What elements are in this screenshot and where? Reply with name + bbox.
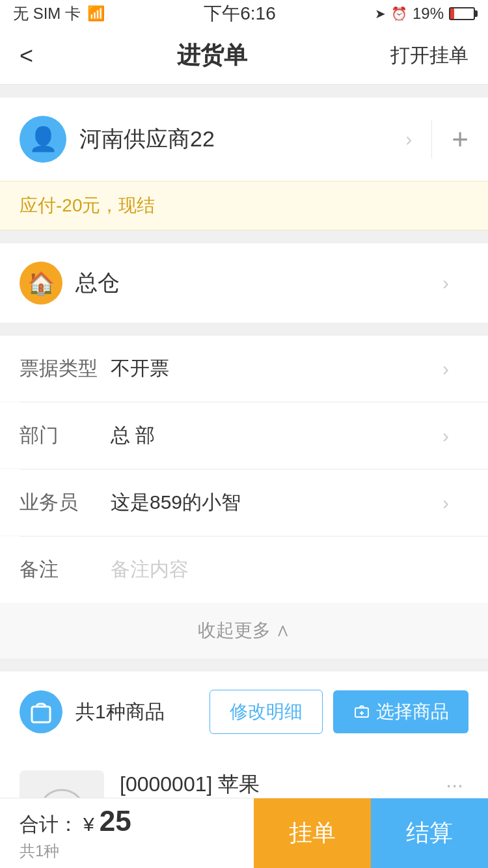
salesman-row[interactable]: 业务员 这是859的小智 › [0, 470, 488, 536]
supplier-row[interactable]: 👤 河南供应商22 › + [0, 98, 488, 181]
status-bar-right: ➤ ⏰ 19% [375, 5, 475, 23]
product-header: 共1种商品 修改明细 选择商品 [0, 671, 488, 752]
footer-total-row: 合计： ¥ 25 [20, 805, 234, 838]
invoice-row[interactable]: 票据类型 不开票 › [0, 336, 488, 402]
hold-label: 挂单 [289, 817, 336, 849]
edit-detail-button[interactable]: 修改明细 [210, 690, 323, 734]
product-bag-icon [27, 698, 55, 726]
salesman-chevron-icon: › [442, 492, 449, 514]
nav-bar: < 进货单 打开挂单 [0, 27, 488, 85]
invoice-chevron-icon: › [442, 358, 449, 380]
invoice-label: 票据类型 [20, 355, 111, 382]
total-amount: 25 [100, 805, 131, 837]
supplier-name: 河南供应商22 [79, 124, 405, 154]
warehouse-section: 🏠 总仓 › [0, 243, 488, 323]
footer-total: 合计： ¥ 25 共1种 [0, 805, 254, 861]
select-product-button[interactable]: 选择商品 [333, 690, 468, 733]
section-gap-1 [0, 85, 488, 98]
section-gap-3 [0, 323, 488, 336]
wifi-icon: 📶 [87, 5, 105, 22]
select-product-label: 选择商品 [376, 699, 449, 724]
hold-button[interactable]: 挂单 [254, 798, 371, 869]
alarm-icon: ⏰ [391, 6, 407, 21]
product-code: [0000001] [120, 772, 212, 796]
section-gap-4 [0, 658, 488, 671]
warehouse-name: 总仓 [75, 268, 442, 298]
product-count: 共1种商品 [75, 699, 210, 726]
carrier-text: 无 SIM 卡 [13, 3, 81, 24]
footer-sub: 共1种 [20, 841, 234, 861]
product-more-button[interactable]: ··· [441, 770, 468, 800]
supplier-avatar-icon: 👤 [29, 126, 58, 153]
battery-percent: 19% [413, 5, 444, 23]
product-name: [0000001] 苹果 [120, 770, 425, 799]
invoice-value: 不开票 [111, 355, 442, 382]
department-row[interactable]: 部门 总 部 › [0, 403, 488, 469]
supplier-divider [431, 120, 432, 159]
total-currency: ¥ [83, 813, 94, 835]
location-icon: ➤ [375, 6, 386, 21]
notice-bar: 应付-20元，现结 [0, 181, 488, 230]
form-section: 票据类型 不开票 › 部门 总 部 › 业务员 这是859的小智 › 备注 备注… [0, 336, 488, 603]
back-button[interactable]: < [20, 42, 33, 70]
notice-text: 应付-20元，现结 [20, 195, 155, 215]
supplier-avatar: 👤 [20, 116, 66, 163]
pay-button[interactable]: 结算 [371, 798, 488, 869]
department-value: 总 部 [111, 422, 442, 449]
warehouse-chevron-icon: › [442, 272, 449, 294]
department-chevron-icon: › [442, 425, 449, 447]
pay-label: 结算 [406, 817, 453, 849]
salesman-label: 业务员 [20, 489, 111, 516]
status-bar-left: 无 SIM 卡 📶 [13, 3, 105, 24]
svg-rect-0 [32, 707, 50, 722]
remark-row[interactable]: 备注 备注内容 [0, 537, 488, 603]
open-hold-button[interactable]: 打开挂单 [390, 42, 468, 69]
add-button[interactable]: + [452, 123, 468, 156]
warehouse-icon: 🏠 [20, 262, 62, 305]
supplier-chevron-icon: › [405, 128, 412, 150]
warehouse-row[interactable]: 🏠 总仓 › [0, 243, 488, 323]
battery-icon [449, 7, 475, 20]
department-label: 部门 [20, 422, 111, 449]
collapse-label: 收起更多 ∧ [198, 620, 291, 640]
supplier-section: 👤 河南供应商22 › + 应付-20元，现结 [0, 98, 488, 230]
footer: 合计： ¥ 25 共1种 挂单 结算 [0, 798, 488, 868]
remark-label: 备注 [20, 556, 111, 583]
product-icon-wrap [20, 690, 62, 733]
warehouse-icon-symbol: 🏠 [27, 270, 55, 296]
remark-placeholder: 备注内容 [111, 556, 468, 583]
total-label: 合计： [20, 811, 78, 838]
status-bar: 无 SIM 卡 📶 下午6:16 ➤ ⏰ 19% [0, 0, 488, 27]
product-title: 苹果 [218, 772, 260, 796]
status-bar-time: 下午6:16 [204, 1, 276, 26]
salesman-value: 这是859的小智 [111, 489, 442, 516]
cart-icon [353, 703, 371, 721]
page-title: 进货单 [177, 40, 247, 72]
collapse-button[interactable]: 收起更多 ∧ [0, 603, 488, 658]
section-gap-2 [0, 230, 488, 243]
